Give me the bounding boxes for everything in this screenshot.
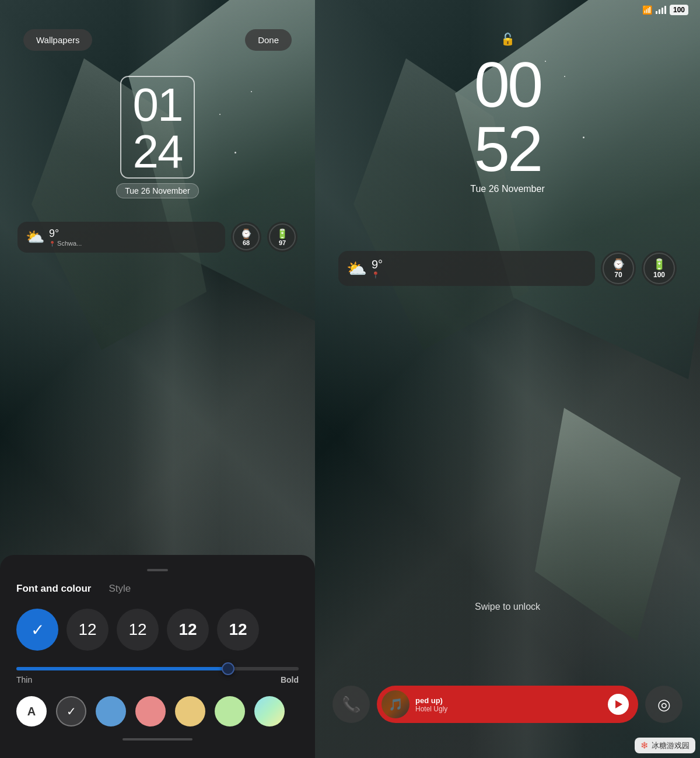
top-bar: Wallpapers Done xyxy=(23,29,292,51)
left-weather-location: 📍 Schwa... xyxy=(49,240,82,247)
left-clock-minutes: 24 xyxy=(133,128,183,175)
color-yellow[interactable] xyxy=(175,696,205,726)
left-weather-text: 9° 📍 Schwa... xyxy=(49,228,82,247)
left-weather-temp: 9° xyxy=(49,228,82,240)
wifi-icon: 📶 xyxy=(642,5,652,15)
signal-bars xyxy=(656,6,666,14)
right-weather-temp: 9° xyxy=(372,258,383,271)
signal-bar-4 xyxy=(664,6,666,14)
tab-font-colour[interactable]: Font and colour xyxy=(16,583,91,595)
left-clock-area: 01 24 Tue 26 November xyxy=(79,76,236,198)
signal-bar-3 xyxy=(662,8,663,14)
check-icon: ✓ xyxy=(31,620,44,640)
bold-label: Bold xyxy=(281,675,299,684)
font-circle-bold[interactable]: 12 xyxy=(217,609,259,651)
font-weight-slider-container: Thin Bold xyxy=(16,667,299,684)
right-battery-widget: 🔋 100 xyxy=(642,251,677,286)
music-info: ped up) Hotel Ugly xyxy=(415,696,602,713)
main-container: Wallpapers Done 01 24 Tue 26 November ⛅ … xyxy=(0,0,700,758)
done-button[interactable]: Done xyxy=(245,29,292,51)
watermark-icon: ❄ xyxy=(640,740,648,751)
right-clock-minutes: 52 xyxy=(470,117,544,181)
music-player[interactable]: 🎵 ped up) Hotel Ugly xyxy=(377,686,638,723)
color-letter-a: A xyxy=(27,705,36,718)
tab-style[interactable]: Style xyxy=(108,583,131,595)
right-watch-ring xyxy=(603,253,634,284)
right-watch-widget: ⌚ 70 xyxy=(601,251,636,286)
panel-handle xyxy=(147,569,168,571)
right-weather-icon: ⛅ xyxy=(346,259,367,278)
camera-icon[interactable]: ◎ xyxy=(645,686,682,723)
signal-bar-1 xyxy=(656,11,657,14)
font-circle-regular[interactable]: 12 xyxy=(117,609,159,651)
right-weather-text: 9° 📍 xyxy=(372,258,383,279)
bottom-panel: Font and colour Style ✓ 12 12 12 12 xyxy=(0,555,315,758)
status-bar: 📶 100 xyxy=(642,5,688,15)
color-white[interactable]: A xyxy=(16,696,47,726)
right-clock-area: 00 52 Tue 26 November xyxy=(470,53,544,194)
album-art: 🎵 xyxy=(382,690,410,718)
color-green[interactable] xyxy=(215,696,245,726)
font-circles-row: ✓ 12 12 12 12 xyxy=(16,609,299,651)
right-weather-loc: 📍 xyxy=(372,271,383,279)
left-phone: Wallpapers Done 01 24 Tue 26 November ⛅ … xyxy=(0,0,315,758)
font-regular-label: 12 xyxy=(128,620,146,639)
font-weight-slider[interactable] xyxy=(16,667,299,670)
font-bold-label: 12 xyxy=(229,620,247,639)
bottom-dock: 📞 🎵 ped up) Hotel Ugly ◎ xyxy=(332,686,682,723)
slider-labels: Thin Bold xyxy=(16,675,299,684)
right-clock-hours: 00 xyxy=(470,53,544,117)
left-weather-widget: ⛅ 9° 📍 Schwa... xyxy=(18,222,225,253)
left-watch-widget: ⌚ 68 xyxy=(231,222,261,252)
bottom-divider xyxy=(123,738,192,740)
right-phone-inner: 📶 100 🔓 00 52 Tue 26 November xyxy=(315,0,700,758)
wallpapers-button[interactable]: Wallpapers xyxy=(23,29,92,51)
font-circle-thin[interactable]: 12 xyxy=(66,609,108,651)
battery-ring xyxy=(269,223,296,250)
color-circles-row: A ✓ xyxy=(16,696,299,726)
swipe-to-unlock: Swipe to unlock xyxy=(475,602,540,612)
font-circle-medium[interactable]: 12 xyxy=(167,609,209,651)
right-battery-ring xyxy=(643,253,675,284)
font-thin-label: 12 xyxy=(78,620,96,639)
color-blue[interactable] xyxy=(96,696,126,726)
color-pink[interactable] xyxy=(135,696,166,726)
right-widgets: ⛅ 9° 📍 ⌚ 70 🔋 100 xyxy=(338,251,677,286)
right-weather-widget: ⛅ 9° 📍 xyxy=(338,251,595,286)
lock-icon: 🔓 xyxy=(501,32,515,46)
slider-thumb xyxy=(222,662,235,675)
color-dark[interactable]: ✓ xyxy=(56,696,86,726)
font-circle-selected[interactable]: ✓ xyxy=(16,609,58,651)
play-icon xyxy=(615,700,622,708)
panel-tabs: Font and colour Style xyxy=(16,583,299,595)
left-weather-icon: ⛅ xyxy=(26,228,44,246)
left-battery-widget: 🔋 97 xyxy=(267,222,298,252)
thin-label: Thin xyxy=(16,675,32,684)
watermark: ❄ 冰糖游戏园 xyxy=(635,738,695,753)
watch-ring xyxy=(233,223,260,250)
left-widgets: ⛅ 9° 📍 Schwa... ⌚ 68 🔋 xyxy=(18,222,298,253)
battery-value-right: 100 xyxy=(673,6,685,14)
music-artist: Hotel Ugly xyxy=(415,705,602,713)
right-phone: 📶 100 🔓 00 52 Tue 26 November xyxy=(315,0,700,758)
music-title: ped up) xyxy=(415,696,602,705)
watermark-text: 冰糖游戏园 xyxy=(652,740,690,751)
left-clock-hours: 01 xyxy=(133,82,183,128)
color-gradient[interactable] xyxy=(254,696,285,726)
signal-bar-2 xyxy=(659,9,660,14)
right-clock-date: Tue 26 November xyxy=(470,184,544,194)
phone-icon[interactable]: 📞 xyxy=(332,686,370,723)
font-medium-label: 12 xyxy=(178,620,197,639)
battery-status: 100 xyxy=(670,5,688,15)
phone-icon-symbol: 📞 xyxy=(342,696,360,714)
camera-icon-symbol: ◎ xyxy=(657,696,671,714)
play-button[interactable] xyxy=(608,694,629,715)
clock-outline-box: 01 24 xyxy=(120,76,195,179)
left-clock-date: Tue 26 November xyxy=(116,183,199,198)
